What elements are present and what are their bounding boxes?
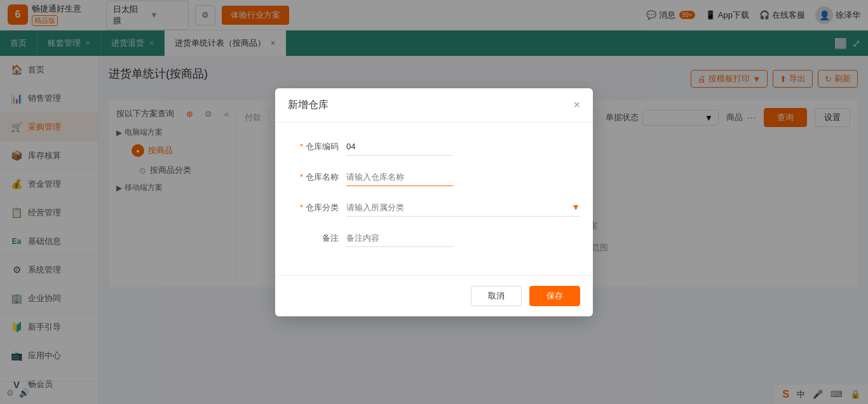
- modal-header: 新增仓库 ×: [275, 88, 593, 123]
- modal-body: 仓库编码 仓库名称 仓库分类 ▼: [275, 123, 593, 275]
- warehouse-name-input[interactable]: [346, 168, 453, 186]
- warehouse-name-row: 仓库名称: [288, 168, 580, 186]
- warehouse-remark-wrapper: [346, 229, 580, 247]
- warehouse-remark-label: 备注: [288, 232, 339, 244]
- warehouse-remark-input[interactable]: [346, 229, 453, 247]
- warehouse-code-label: 仓库编码: [288, 141, 339, 152]
- warehouse-code-wrapper: [346, 138, 580, 156]
- warehouse-modal: 新增仓库 × 仓库编码 仓库名称 仓库分类: [275, 88, 593, 316]
- warehouse-category-label: 仓库分类: [288, 202, 339, 213]
- warehouse-name-wrapper: [346, 168, 580, 186]
- warehouse-code-row: 仓库编码: [288, 138, 580, 156]
- modal-title: 新增仓库: [288, 98, 329, 112]
- modal-overlay[interactable]: 新增仓库 × 仓库编码 仓库名称 仓库分类: [0, 0, 868, 404]
- category-dropdown-arrow[interactable]: ▼: [571, 202, 580, 212]
- warehouse-category-row: 仓库分类 ▼: [288, 199, 580, 217]
- cancel-button[interactable]: 取消: [471, 286, 522, 306]
- save-button[interactable]: 保存: [529, 286, 580, 306]
- modal-footer: 取消 保存: [275, 275, 593, 316]
- warehouse-category-input[interactable]: [346, 199, 571, 216]
- modal-close-button[interactable]: ×: [573, 98, 580, 112]
- warehouse-category-wrapper: ▼: [346, 199, 580, 217]
- warehouse-name-label: 仓库名称: [288, 172, 339, 183]
- warehouse-code-input[interactable]: [346, 138, 453, 156]
- warehouse-remark-row: 备注: [288, 229, 580, 247]
